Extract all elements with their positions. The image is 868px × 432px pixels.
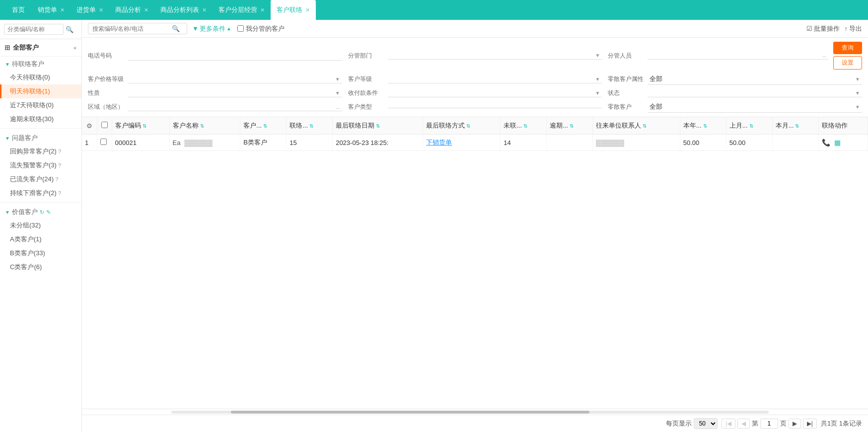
close-icon[interactable]: ✕ [305, 7, 310, 13]
grid-action-icon[interactable]: ▦ [834, 139, 841, 146]
close-icon[interactable]: ✕ [60, 7, 65, 13]
sidebar-item-c-class[interactable]: C类客户(6) [0, 260, 81, 274]
sort-icon: ⇅ [263, 123, 267, 129]
export-button[interactable]: ↑ 导出 [845, 24, 863, 33]
th-overdue[interactable]: 逾期... ⇅ [547, 117, 593, 135]
nav-tab-customer-segment[interactable]: 客户分层经营 ✕ [213, 0, 271, 20]
th-action: 联络动作 [818, 117, 868, 135]
my-customers-checkbox[interactable]: 我分管的客户 [237, 24, 285, 33]
help-icon: ? [58, 190, 61, 196]
sidebar-all-customers[interactable]: 全部客户 « [0, 39, 81, 57]
row-checkbox[interactable] [100, 139, 107, 145]
my-customers-check-input[interactable] [237, 25, 244, 32]
nature-select[interactable]: ▼ [128, 89, 342, 97]
first-page-button[interactable]: |◀ [722, 419, 735, 429]
nav-home[interactable]: 首页 [5, 5, 32, 14]
edit-icon[interactable]: ✎ [46, 209, 51, 216]
dots-icon[interactable]: ... [336, 104, 340, 110]
retail-attr-select[interactable]: 全部 ▼ [648, 73, 862, 85]
td-last-method[interactable]: 下销货单 [423, 135, 501, 151]
th-this-year[interactable]: 本年... ⇅ [680, 117, 726, 135]
phone-label: 电话号码 [88, 52, 128, 60]
td-check[interactable] [97, 135, 112, 151]
search-icon[interactable]: 🔍 [172, 25, 180, 32]
last-page-button[interactable]: ▶| [803, 419, 817, 429]
th-last-month[interactable]: 上月... ⇅ [726, 117, 772, 135]
status-select[interactable]: ▼ [648, 89, 862, 97]
phone-input[interactable] [128, 51, 342, 61]
th-uncontacted[interactable]: 未联... ⇅ [501, 117, 547, 135]
payment-select[interactable]: ▼ [388, 89, 602, 97]
next-page-button[interactable]: ▶ [789, 419, 801, 429]
close-icon[interactable]: ✕ [144, 7, 148, 13]
search-icon[interactable]: 🔍 [66, 26, 73, 33]
sidebar-item-today-pending[interactable]: 今天待联络(0) [0, 71, 81, 84]
per-page-select[interactable]: 50 [694, 418, 718, 429]
page-input[interactable] [760, 419, 778, 429]
sort-icon: ⇅ [703, 123, 707, 129]
close-icon[interactable]: ✕ [202, 7, 207, 13]
td-this-month [772, 135, 818, 151]
sidebar-item-ungrouped[interactable]: 未分组(32) [0, 218, 81, 232]
sidebar-item-overdue[interactable]: 逾期未联络(30) [0, 112, 81, 126]
customer-grade-select[interactable]: ▼ [388, 75, 602, 83]
th-this-month[interactable]: 本月... ⇅ [772, 117, 818, 135]
more-filter-button[interactable]: ▼ 更多条件 ▲ [192, 24, 231, 33]
batch-op-button[interactable]: ☑ 批量操作 [806, 24, 840, 33]
sidebar-search-input[interactable] [4, 24, 64, 35]
value-group-title: ▼ 价值客户 ↻ ✎ [0, 205, 81, 218]
value-grade-select[interactable]: ▼ [128, 75, 342, 83]
scroll-thumb[interactable] [231, 411, 589, 414]
region-label: 区域（地区） [88, 103, 128, 111]
th-contact[interactable]: 联络... ⇅ [287, 117, 333, 135]
dept-select[interactable]: ▼ [388, 52, 602, 60]
select-all-checkbox[interactable] [101, 122, 108, 128]
td-name[interactable]: Ea ▓▓▓▓▓▓ [169, 135, 240, 151]
th-check[interactable] [97, 117, 112, 135]
sidebar-item-tomorrow-pending[interactable]: 明天待联络(1) [0, 84, 81, 98]
th-type[interactable]: 客户... ⇅ [240, 117, 287, 135]
td-overdue [547, 135, 593, 151]
nav-tab-product-list[interactable]: 商品分析列表 ✕ [154, 0, 213, 20]
dots-icon[interactable]: ... [822, 53, 826, 58]
customer-type-select[interactable] [388, 106, 602, 108]
td-this-year: 50.00 [680, 135, 726, 151]
th-gear[interactable]: ⚙ [82, 117, 97, 135]
th-name[interactable]: 客户名称 ⇅ [169, 117, 240, 135]
prev-page-button[interactable]: ◀ [737, 419, 750, 429]
close-icon[interactable]: ✕ [99, 7, 103, 13]
th-unit-contact[interactable]: 往来单位联系人 ⇅ [593, 117, 680, 135]
query-button[interactable]: 查询 [833, 42, 862, 54]
gear-icon[interactable]: ⚙ [86, 122, 92, 130]
scroll-track[interactable] [171, 411, 769, 414]
sidebar: 🔍 全部客户 « ▼ 待联络客户 今天待联络(0) 明天待联络(1) 近7天待联… [0, 20, 82, 432]
search-input[interactable] [92, 25, 172, 32]
th-code[interactable]: 客户编码 ⇅ [112, 117, 169, 135]
table-row: 1 000021 Ea ▓▓▓▓▓▓ B类客户 15 2023-05-23 18… [82, 135, 868, 151]
sidebar-item-declining[interactable]: 持续下滑客户(2) ? [0, 186, 81, 200]
th-last-date[interactable]: 最后联络日期 ⇅ [333, 117, 423, 135]
nav-tab-product-analysis[interactable]: 商品分析 ✕ [109, 0, 154, 20]
nav-tab-sales[interactable]: 销货单 ✕ [32, 0, 71, 20]
th-last-method[interactable]: 最后联络方式 ⇅ [423, 117, 501, 135]
sidebar-item-abnormal-repurchase[interactable]: 回购异常客户(2) ? [0, 144, 81, 158]
horizontal-scrollbar[interactable] [82, 409, 868, 415]
close-icon[interactable]: ✕ [260, 7, 265, 13]
nav-tab-purchase[interactable]: 进货单 ✕ [71, 0, 109, 20]
retail-customer-select[interactable]: 全部 ▼ [648, 101, 862, 113]
sidebar-item-a-class[interactable]: A类客户(1) [0, 232, 81, 246]
region-select[interactable]: ... [128, 103, 342, 111]
sidebar-item-churn-warning[interactable]: 流失预警客户(3) ? [0, 158, 81, 172]
nav-tab-customer-contact[interactable]: 客户联络 ✕ [271, 0, 316, 20]
filter-retail-customer: 零散客户 全部 ▼ [608, 101, 862, 113]
sidebar-item-churned[interactable]: 已流失客户(24) ? [0, 172, 81, 186]
sidebar-item-7days-pending[interactable]: 近7天待联络(0) [0, 98, 81, 112]
manager-select[interactable]: ... [648, 52, 828, 60]
refresh-icon[interactable]: ↻ [40, 209, 44, 216]
set-button[interactable]: 设置 [833, 56, 862, 70]
last-method-link[interactable]: 下销货单 [426, 139, 452, 146]
sidebar-item-b-class[interactable]: B类客户(33) [0, 246, 81, 260]
collapse-icon[interactable]: « [73, 45, 76, 51]
table-header-row: ⚙ 客户编码 ⇅ 客户名称 [82, 117, 868, 135]
phone-action-icon[interactable]: 📞 [822, 139, 830, 146]
